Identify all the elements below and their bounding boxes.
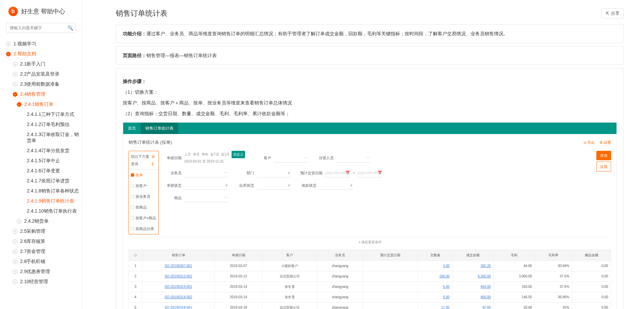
steps-label: 操作步骤： xyxy=(123,79,146,84)
nav-item-sales[interactable]: −2.4销售管理 xyxy=(0,89,82,99)
nav-item-purchase[interactable]: +2.5采购管理 xyxy=(0,226,82,236)
nav-leaf-3[interactable]: 2.4.1.3订单收取订金，销货单 xyxy=(0,130,82,146)
nav-item-inventory[interactable]: +2.6库存核算 xyxy=(0,236,82,247)
nav-leaf-7[interactable]: 2.4.1.7依照订单进货 xyxy=(0,176,82,186)
nav-leaf-10[interactable]: 2.4.1.10销售订单执行表 xyxy=(0,206,82,216)
nav-item-beginner[interactable]: +2.1新手入门 xyxy=(0,59,82,69)
nav-item-video[interactable]: +1.视频学习 xyxy=(0,39,82,49)
ss-scheme-item: 按业务员 xyxy=(129,191,158,202)
nav-item-help-docs[interactable]: −2.帮助文档 xyxy=(0,49,82,59)
logo-row: b 好生意 帮助中心 xyxy=(0,7,82,23)
nav-leaf-9-active[interactable]: 2.4.1.9销售订单统计表 xyxy=(0,196,82,206)
ss-scheme-item: 按商品 xyxy=(129,202,158,213)
nav-item-prepare[interactable]: +2.3使用前数据准备 xyxy=(0,79,82,89)
intro-card: 功能介绍：通过客户、业务员、商品等维度查询销售订单的明细汇总情况；有助于管理者了… xyxy=(116,25,624,43)
ss-tab-home: 首页 xyxy=(123,123,141,134)
sidebar: b 好生意 帮助中心 🔍 +1.视频学习 −2.帮助文档 +2.1新手入门 +2… xyxy=(0,0,82,309)
share-icon: ⇱ xyxy=(606,11,609,16)
step2-label: （2）查询指标： xyxy=(123,111,158,116)
search-input[interactable] xyxy=(6,23,76,33)
nav-leaf-8[interactable]: 2.4.1.8销售订单各种状态 xyxy=(0,186,82,196)
app-name: 好生意 帮助中心 xyxy=(21,7,65,15)
path-card: 页面路径：销售管理—报表—销售订单统计表 xyxy=(116,46,624,65)
nav-leaf-2[interactable]: 2.4.1.2订单毛利预估 xyxy=(0,120,82,130)
ss-setting: ⚙ 设置 xyxy=(599,139,611,146)
nav-item-sales-bill[interactable]: +2.4.2销货单 xyxy=(0,216,82,226)
ss-table: ◇销售订单单据日期客户业务员预计交货日期主数量成交金额毛利毛利率赠品金额 1SO… xyxy=(129,250,611,309)
path-text: 销售管理—报表—销售订单统计表 xyxy=(146,53,217,58)
nav-item-install[interactable]: +2.2产品安装及登录 xyxy=(0,69,82,79)
ss-tab-report: 销售订单统计表 xyxy=(141,123,178,134)
step1-label: （1）切换方案： xyxy=(123,87,617,97)
ss-query-btn: 查询 xyxy=(596,151,611,160)
page-title: 销售订单统计表 xyxy=(116,8,167,18)
ss-collapse: ∧ 收起更多条件 xyxy=(129,237,611,247)
ss-scheme-item: 按客户 xyxy=(129,180,158,191)
ss-scheme-box: 按以下方案查询⊕ ⟪ 按单 按客户 按业务员 按商品 按客户+商品 按商品分类 xyxy=(129,151,159,234)
nav-leaf-1[interactable]: 2.4.1.1三种下订单方式 xyxy=(0,109,82,120)
ss-scheme-item: 按客户+商品 xyxy=(129,213,158,223)
ss-set-btn: 设置 xyxy=(596,162,611,172)
nav-leaf-4[interactable]: 2.4.1.4订单分批发货 xyxy=(0,146,82,156)
ss-export: ⇲ 导出 xyxy=(583,139,595,146)
step1-text: 按客户、按商品、按客户＋商品、按单、按业务员等维度来查看销售订单总体情况 xyxy=(123,98,617,107)
nav-leaf-6[interactable]: 2.4.1.6订单变更 xyxy=(0,166,82,176)
search-box: 🔍 xyxy=(6,23,76,33)
main-content: 销售订单统计表 ⇱ 分享 功能介绍：通过客户、业务员、商品等维度查询销售订单的明… xyxy=(82,0,644,309)
nav-leaf-5[interactable]: 2.4.1.5订单中止 xyxy=(0,156,82,166)
embedded-screenshot-1: 首页 销售订单统计表 销售订单统计表 (按单) ⇲ 导出 ⚙ 设置 按以下方案查… xyxy=(123,122,617,309)
share-button[interactable]: ⇱ 分享 xyxy=(601,8,624,18)
path-label: 页面路径： xyxy=(123,53,146,58)
nav-item-business[interactable]: +2.10经营管理 xyxy=(0,277,82,287)
nav-item-sales-order[interactable]: −2.4.1销售订单 xyxy=(0,99,82,109)
nav-tree: +1.视频学习 −2.帮助文档 +2.1新手入门 +2.2产品安装及登录 +2.… xyxy=(0,39,82,287)
steps-block: 操作步骤： （1）切换方案： 按客户、按商品、按客户＋商品、按单、按业务员等维度… xyxy=(116,68,624,309)
search-icon[interactable]: 🔍 xyxy=(67,25,73,31)
ss-title: 销售订单统计表 (按单) xyxy=(129,138,172,147)
ss-scheme-item: 按商品分类 xyxy=(129,223,158,234)
intro-text: 通过客户、业务员、商品等维度查询销售订单的明细汇总情况；有助于管理者了解订单成交… xyxy=(146,31,508,36)
nav-item-coupon[interactable]: +2.9优惠券管理 xyxy=(0,267,82,277)
step2-text: 交货日期、数量、成交金额、毛利、毛利率、累计收款金额等； xyxy=(158,111,290,116)
nav-item-finance[interactable]: +2.7资金管理 xyxy=(0,247,82,257)
app-logo: b xyxy=(8,7,18,16)
nav-item-mobile-shop[interactable]: +2.8手机旺铺 xyxy=(0,257,82,267)
ss-scheme-item: 按单 xyxy=(129,170,158,180)
intro-label: 功能介绍： xyxy=(123,31,146,36)
